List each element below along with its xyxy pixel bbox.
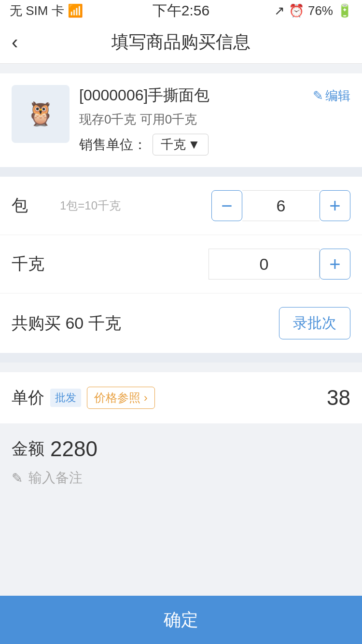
bao-plus-button[interactable]: +	[320, 190, 350, 221]
unit-label: 销售单位：	[79, 136, 147, 154]
battery-icon: 🔋	[337, 3, 352, 18]
product-stock: 现存0千克 可用0千克	[79, 111, 350, 128]
status-bar-left: 无 SIM 卡 📶	[10, 2, 83, 19]
page-title: 填写商品购买信息	[111, 30, 251, 54]
confirm-bar[interactable]: 确定	[0, 596, 362, 644]
confirm-button-label: 确定	[164, 608, 198, 632]
kg-row: 千克 +	[0, 235, 362, 294]
alarm-icon: ⏰	[289, 3, 304, 18]
amount-section: 金额 2280 ✎ 输入备注	[0, 423, 362, 495]
product-unit-row: 销售单位： 千克 ▼	[79, 134, 350, 155]
input-section: 包 1包=10千克 − + 千克 +	[0, 177, 362, 294]
amount-value: 2280	[50, 437, 97, 461]
product-name: [0000006]手撕面包	[79, 85, 209, 106]
total-row: 共购买 60 千克 录批次	[0, 294, 362, 353]
price-section: 单价 批发 价格参照 › 38	[0, 372, 362, 423]
remark-icon: ✎	[12, 470, 23, 486]
kg-label: 千克	[12, 253, 50, 275]
bao-qty-control: − +	[211, 190, 350, 221]
bao-hint: 1包=10千克	[60, 198, 202, 213]
remark-row[interactable]: ✎ 输入备注	[12, 469, 350, 487]
product-image: 🦉	[12, 85, 70, 143]
status-bar-right: ↗ ⏰ 76% 🔋	[274, 3, 352, 18]
location-icon: ↗	[274, 3, 285, 18]
price-ref-button[interactable]: 价格参照 ›	[87, 387, 155, 409]
remark-input[interactable]: 输入备注	[28, 469, 83, 487]
amount-row: 金额 2280	[12, 437, 350, 461]
main-content: 🦉 [0000006]手撕面包 ✎ 编辑 现存0千克 可用0千克 销售单位： 千…	[0, 73, 362, 644]
edit-icon: ✎	[313, 88, 323, 103]
status-bar: 无 SIM 卡 📶 下午2:56 ↗ ⏰ 76% 🔋	[0, 0, 362, 21]
status-bar-time: 下午2:56	[153, 1, 209, 21]
sim-text: 无 SIM 卡 📶	[10, 2, 83, 19]
product-name-row: [0000006]手撕面包 ✎ 编辑	[79, 85, 350, 106]
edit-label: 编辑	[325, 87, 350, 104]
bao-qty-input[interactable]	[242, 190, 320, 221]
divider-2	[0, 353, 362, 363]
price-label: 单价	[12, 387, 44, 409]
divider-1	[0, 167, 362, 177]
dropdown-icon: ▼	[188, 137, 200, 152]
kg-qty-input[interactable]	[209, 249, 320, 280]
bao-row: 包 1包=10千克 − +	[0, 177, 362, 235]
product-logo: 🦉	[26, 100, 55, 127]
kg-qty-group: +	[209, 249, 350, 280]
amount-label: 金额	[12, 438, 44, 460]
bao-minus-button[interactable]: −	[211, 190, 242, 221]
price-row: 单价 批发 价格参照 › 38	[12, 386, 350, 410]
kg-plus-button[interactable]: +	[320, 249, 350, 280]
back-button[interactable]: ‹	[12, 31, 18, 53]
product-info: [0000006]手撕面包 ✎ 编辑 现存0千克 可用0千克 销售单位： 千克 …	[79, 85, 350, 155]
unit-value: 千克	[161, 136, 186, 153]
total-text: 共购买 60 千克	[12, 312, 121, 335]
edit-button[interactable]: ✎ 编辑	[313, 87, 350, 104]
bao-label: 包	[12, 195, 50, 217]
nav-bar: ‹ 填写商品购买信息	[0, 21, 362, 64]
product-card: 🦉 [0000006]手撕面包 ✎ 编辑 现存0千克 可用0千克 销售单位： 千…	[0, 73, 362, 167]
price-value: 38	[327, 386, 350, 410]
batch-tag: 批发	[50, 389, 81, 407]
price-label-group: 单价 批发 价格参照 ›	[12, 387, 155, 409]
battery-text: 76%	[308, 3, 333, 18]
unit-select[interactable]: 千克 ▼	[153, 134, 209, 155]
batch-button[interactable]: 录批次	[279, 307, 350, 339]
